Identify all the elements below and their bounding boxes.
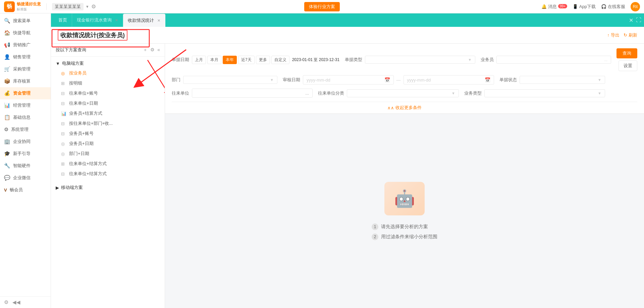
doc-type-chevron-icon: ▼ [468, 58, 472, 62]
tab-payment-stats[interactable]: 收款情况统计 ✕ [123, 14, 165, 27]
tip-number-1: 1 [372, 223, 378, 230]
settings-bottom-icon[interactable]: ⚙ [4, 299, 8, 305]
doc-type-select[interactable]: ▼ [365, 56, 475, 64]
query-button[interactable]: 查询 [616, 48, 637, 58]
date-btn-last-month[interactable]: 上月 [192, 56, 206, 64]
export-icon: ↑ [607, 33, 610, 38]
tip-text-1: 请先选择要分析的方案 [381, 224, 428, 230]
messages-button[interactable]: 🔔 消息 99+ [541, 4, 567, 10]
top-bar: 畅 畅捷通好生意 标准版 某某某某某某 ▾ ⚙ 体验行业方案 🔔 消息 99+ … [0, 0, 644, 13]
sidebar-item-sales[interactable]: 👤 销售管理 [0, 51, 51, 63]
salesman-select[interactable]: ... [496, 56, 611, 64]
sidebar-item-corp-wechat[interactable]: 💬 企业微信 [0, 172, 51, 184]
tab-fullscreen-icon[interactable]: ⛶ [636, 17, 641, 23]
doc-status-select[interactable]: ▼ [520, 76, 605, 84]
sidebar-item-basic-info[interactable]: 📋 基础信息 [0, 111, 51, 123]
panel-header-label: 按以下方案查询 [56, 47, 86, 53]
date-btn-7days[interactable]: 近7天 [238, 56, 255, 64]
sidebar-item-fund[interactable]: 💰 资金管理 [0, 87, 51, 99]
scheme-item-counterpart-date[interactable]: ⊟ 往来单位+日期 [51, 98, 165, 108]
scheme-item-dept-date[interactable]: ◎ 部门+日期 [51, 149, 165, 159]
date-btn-this-month[interactable]: 本月 [207, 56, 221, 64]
scheme-item-by-detail[interactable]: ⊞ 按明细 [51, 78, 165, 88]
tab-bank-flow[interactable]: 现金银行流水查询 ✕ [72, 13, 123, 27]
scheme-item-icon-dd: ◎ [61, 151, 66, 156]
scheme-item-salesman-date[interactable]: ◎ 业务员+日期 [51, 139, 165, 149]
scheme-item-counterpart-dept-collect[interactable]: ⊟ 按往来单位+部门+收... [51, 118, 165, 129]
panel-settings-icon[interactable]: ⚙ [150, 47, 155, 53]
page-title: 收款情况统计(按业务员) [58, 30, 127, 41]
dept-select[interactable]: ▼ [183, 76, 277, 84]
scheme-item-by-salesman[interactable]: ◎ 按业务员 [51, 68, 165, 78]
panel-add-button[interactable]: ＋ [143, 47, 148, 53]
member-icon: V [4, 188, 7, 193]
tab-close-all-icon[interactable]: ✕ [629, 17, 633, 23]
left-panel: 按以下方案查询 ＋ ⚙ « [51, 44, 165, 308]
calendar-icon-from: 📅 [384, 77, 390, 83]
date-btn-more[interactable]: 更多 [256, 56, 270, 64]
panel-collapse-icon[interactable]: « [157, 47, 160, 53]
doc-type-label: 单据类型 [345, 57, 362, 63]
dept-chevron-icon: ▼ [270, 78, 274, 82]
sidebar-item-inventory[interactable]: 📦 库存核算 [0, 75, 51, 87]
tab-bank-flow-close[interactable]: ✕ [115, 18, 118, 22]
scheme-item-salesman-account[interactable]: ⊟ 业务员+账号 [51, 129, 165, 139]
workspace-name[interactable]: 某某某某某某 [52, 3, 84, 10]
empty-tips: 1 请先选择要分析的方案 2 用过滤条件来缩小分析范围 [372, 223, 437, 240]
sidebar-item-corp-collab[interactable]: 🏢 企业协同 [0, 136, 51, 148]
sidebar-item-operations[interactable]: 📊 经营管理 [0, 99, 51, 111]
date-field-group: 单据日期 上月 本月 本年 近7天 更多 自定义 2023-01-01 至 20… [172, 56, 339, 64]
salesman-field-group: 业务员 ... [481, 56, 611, 64]
counterpart-select[interactable]: ... [192, 89, 313, 98]
online-service-button[interactable]: 🎧 在线客服 [601, 4, 625, 10]
biz-type-select[interactable]: ▼ [484, 89, 605, 97]
panel-header: 按以下方案查询 ＋ ⚙ « [51, 44, 165, 57]
workspace-dropdown-icon[interactable]: ▾ [86, 4, 89, 9]
scheme-group-desktop-header[interactable]: ▼ 电脑端方案 [51, 59, 165, 68]
doc-type-field-group: 单据类型 ▼ [345, 56, 475, 64]
scheme-group-mobile-header[interactable]: ▶ 移动端方案 [51, 183, 165, 192]
salesman-chevron-icon: ... [604, 58, 607, 62]
collapse-bar[interactable]: ∧∧ 收起更多条件 [172, 102, 637, 113]
filter-row-3: 往来单位 ... 往来单位分类 ▼ [172, 89, 637, 98]
avatar[interactable]: Rit [631, 2, 640, 11]
scheme-group-desktop: ▼ 电脑端方案 ◎ 按业务员 ⊞ 按明细 ⊟ 往 [51, 57, 165, 181]
app-download-button[interactable]: 📱 App下载 [573, 4, 596, 10]
settings-button[interactable]: 设置 [619, 60, 637, 71]
date-label: 单据日期 [172, 57, 189, 63]
sidebar-item-quick-nav[interactable]: 🏠 快捷导航 [0, 27, 51, 39]
search-icon: 🔍 [4, 18, 10, 24]
counterpart-category-select[interactable]: ▼ [347, 89, 459, 97]
date-separator: — [396, 78, 401, 83]
sidebar-item-purchase[interactable]: 🛒 采购管理 [0, 63, 51, 75]
date-btn-this-year[interactable]: 本年 [223, 56, 237, 64]
bell-icon: 🔔 [541, 4, 547, 9]
tab-payment-stats-close[interactable]: ✕ [157, 18, 160, 23]
scheme-item-counterpart-account[interactable]: ⊟ 往来单位+账号 [51, 88, 165, 98]
scheme-item-salesman-settlement[interactable]: 📊 业务员+结算方式 [51, 108, 165, 118]
counterpart-category-label: 往来单位分类 [318, 90, 344, 96]
sidebar-item-member[interactable]: V 畅会员 [0, 184, 51, 196]
calendar-icon-to: 📅 [485, 77, 490, 83]
sidebar-item-new-guide[interactable]: 🎓 新手引导 [0, 148, 51, 160]
tip-number-2: 2 [372, 234, 378, 240]
export-button[interactable]: ↑ 导出 [607, 32, 620, 38]
sidebar-item-marketing[interactable]: 📢 营销推广 [0, 39, 51, 51]
audit-date-from[interactable]: yyyy-mm-dd 📅 [303, 75, 394, 85]
scheme-item-counterpart-settlement1[interactable]: ⊞ 往来单位+结算方式 [51, 159, 165, 169]
sidebar-item-system[interactable]: ⚙ 系统管理 [0, 123, 51, 136]
tab-home[interactable]: 首页 [54, 13, 72, 27]
gear-icon[interactable]: ⚙ [91, 3, 96, 10]
sidebar-item-search-menu[interactable]: 🔍 搜索菜单 [0, 15, 51, 27]
counterpart-category-chevron-icon: ▼ [451, 91, 455, 95]
logo-icon: 畅 [4, 1, 15, 12]
scheme-item-counterpart-settlement2[interactable]: ⊟ 往来单位+结算方式 [51, 169, 165, 179]
sidebar-item-smart-hw[interactable]: 🔧 智能硬件 [0, 160, 51, 172]
audit-date-to[interactable]: yyyy-mm-dd 📅 [404, 75, 494, 85]
refresh-button[interactable]: ↻ 刷新 [624, 32, 637, 38]
date-btn-custom[interactable]: 自定义 [271, 56, 289, 64]
dept-label: 部门 [172, 77, 180, 83]
divider [46, 3, 47, 10]
collapse-sidebar-icon[interactable]: ◀◀ [12, 299, 20, 305]
trial-button[interactable]: 体验行业方案 [304, 2, 340, 11]
